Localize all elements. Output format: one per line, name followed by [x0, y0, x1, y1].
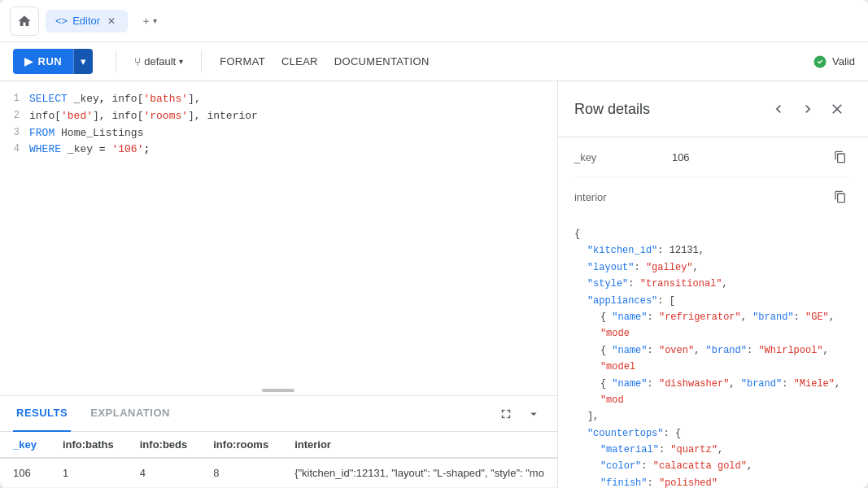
tab-explanation[interactable]: EXPLANATION [87, 396, 173, 432]
play-icon: ▶ [24, 55, 33, 68]
json-line: "countertops": { [574, 425, 852, 442]
json-line: "color": "calacatta gold", [574, 458, 852, 474]
line-content-1: SELECT _key, info['baths'], [29, 91, 557, 108]
line-content-4: WHERE _key = '106'; [29, 142, 557, 159]
run-label: RUN [38, 55, 63, 68]
col-header-infobeds: info:beds [127, 432, 201, 458]
json-line: "layout": "galley", [574, 259, 852, 276]
app-window: <> Editor ✕ ＋ ▾ ▶ RUN ▾ ⑂ default ▾ FORM… [0, 0, 868, 488]
detail-row-key: _key 106 [574, 137, 852, 177]
chevron-left-icon [770, 101, 787, 117]
json-line: "kitchen_id": 12131, [574, 242, 852, 259]
clear-button[interactable]: CLEAR [273, 50, 326, 72]
cell-beds: 4 [127, 458, 201, 488]
separator-1 [116, 50, 116, 73]
prev-row-button[interactable] [764, 94, 793, 124]
line-number-2: 2 [0, 108, 29, 124]
cell-interior: {"kitchen_id":12131, "layout": "L-shaped… [281, 458, 557, 488]
editor-tab[interactable]: <> Editor ✕ [46, 10, 128, 33]
run-button[interactable]: ▶ RUN [13, 49, 73, 74]
editor-panel: 1 SELECT _key, info['baths'], 2 info['be… [0, 81, 558, 488]
json-line: "appliances": [ [574, 293, 852, 309]
json-line: { [574, 226, 852, 242]
line-number-1: 1 [0, 91, 29, 107]
next-row-button[interactable] [793, 94, 822, 124]
chevron-icon: ▾ [153, 16, 157, 25]
code-editor[interactable]: 1 SELECT _key, info['baths'], 2 info['be… [0, 81, 557, 386]
code-line-3: 3 FROM Home_Listings [0, 125, 557, 142]
col-header-inforooms: info:rooms [200, 432, 281, 458]
json-viewer[interactable]: { "kitchen_id": 12131, "layout": "galley… [558, 216, 868, 488]
tab-code-icon: <> [55, 15, 68, 27]
detail-fields: _key 106 interior [558, 137, 868, 216]
top-bar: <> Editor ✕ ＋ ▾ [0, 0, 868, 42]
default-chevron-icon: ▾ [179, 57, 183, 66]
default-label: default [144, 55, 176, 68]
line-number-4: 4 [0, 142, 29, 157]
toolbar: ▶ RUN ▾ ⑂ default ▾ FORMAT CLEAR DOCUMEN… [0, 42, 868, 81]
run-dropdown-button[interactable]: ▾ [73, 49, 93, 74]
branch-icon: ⑂ [134, 55, 141, 68]
collapse-results-button[interactable] [523, 403, 544, 425]
valid-label: Valid [832, 55, 855, 68]
line-number-3: 3 [0, 125, 29, 141]
detail-key-label: _key [574, 151, 672, 163]
results-tab-actions [495, 403, 544, 425]
separator-2 [201, 50, 202, 73]
plus-icon: ＋ [141, 14, 151, 28]
tab-results[interactable]: RESULTS [13, 396, 71, 432]
run-chevron-icon: ▾ [81, 55, 86, 68]
line-content-2: info['bed'], info['rooms'], interior [29, 108, 557, 125]
copy-interior-button[interactable] [829, 185, 852, 208]
cell-rooms: 8 [200, 458, 281, 488]
json-line: { "name": "refrigerator", "brand": "GE",… [574, 309, 852, 342]
main-area: 1 SELECT _key, info['baths'], 2 info['be… [0, 81, 868, 488]
cell-key: 106 [0, 458, 50, 488]
tab-close-button[interactable]: ✕ [105, 15, 118, 28]
json-line: ], [574, 408, 852, 425]
copy-interior-icon [834, 190, 847, 203]
json-line: { "name": "dishwasher", "brand": "Miele"… [574, 376, 852, 409]
row-details-panel: Row details _key 106 [558, 81, 868, 488]
col-header-infobaths: info:baths [50, 432, 127, 458]
code-line-4: 4 WHERE _key = '106'; [0, 142, 557, 159]
row-details-header: Row details [558, 81, 868, 137]
copy-key-button[interactable] [829, 146, 852, 168]
chevron-down-icon [526, 407, 541, 421]
format-button[interactable]: FORMAT [212, 50, 273, 72]
detail-row-interior: interior [574, 177, 852, 216]
table-header-row: _key info:baths info:beds info:rooms int… [0, 432, 557, 458]
col-header-interior: interior [281, 432, 557, 458]
table-row[interactable]: 106 1 4 8 {"kitchen_id":12131, "layout":… [0, 458, 557, 488]
line-content-3: FROM Home_Listings [29, 125, 557, 142]
json-line: "style": "transitional", [574, 276, 852, 292]
detail-key-value: 106 [672, 151, 829, 163]
json-line: "finish": "polished" [574, 475, 852, 488]
row-details-title: Row details [574, 101, 764, 118]
close-icon [829, 101, 845, 117]
col-header-key: _key [0, 432, 50, 458]
documentation-button[interactable]: DOCUMENTATION [326, 50, 438, 72]
tab-label: Editor [72, 15, 100, 27]
scrollbar-hint [262, 389, 294, 392]
code-line-1: 1 SELECT _key, info['baths'], [0, 91, 557, 108]
chevron-right-icon [800, 101, 816, 117]
json-line: { "name": "oven", "brand": "Whirlpool", … [574, 342, 852, 376]
run-button-group: ▶ RUN ▾ [13, 49, 93, 74]
results-table: _key info:baths info:beds info:rooms int… [0, 432, 557, 488]
cell-baths: 1 [50, 458, 127, 488]
home-button[interactable] [10, 7, 39, 36]
default-button[interactable]: ⑂ default ▾ [126, 50, 191, 73]
add-tab-button[interactable]: ＋ ▾ [134, 9, 164, 33]
home-icon [17, 14, 32, 28]
copy-key-icon [834, 150, 847, 163]
close-details-button[interactable] [822, 94, 852, 124]
valid-check-icon [813, 54, 827, 69]
results-tabs-bar: RESULTS EXPLANATION [0, 396, 557, 432]
valid-badge: Valid [813, 54, 855, 69]
results-table-wrapper: _key info:baths info:beds info:rooms int… [0, 432, 557, 488]
json-line: "material": "quartz", [574, 442, 852, 458]
expand-icon [499, 407, 513, 421]
results-area: RESULTS EXPLANATION [0, 395, 557, 488]
expand-results-button[interactable] [495, 403, 517, 425]
